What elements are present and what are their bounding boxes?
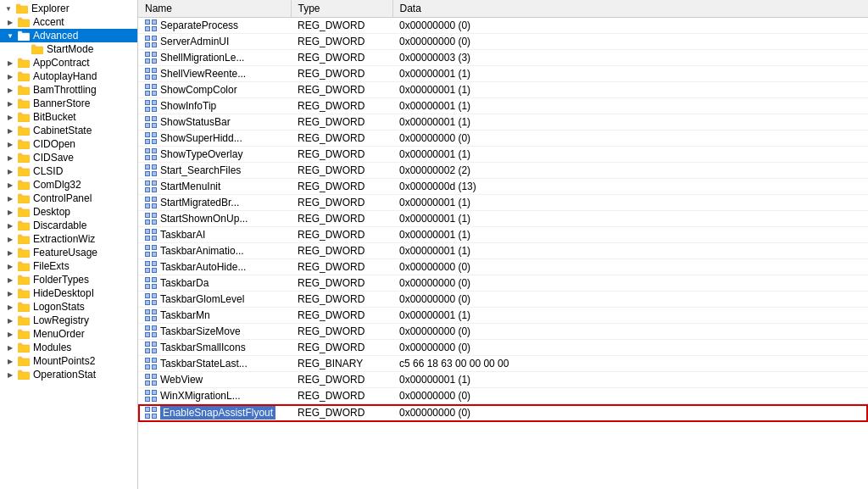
tree-item-label: AppContract [33,57,90,69]
tree-item[interactable]: ▶ MenuOrder [0,327,137,341]
svg-rect-30 [18,194,22,197]
tree-item-label: CIDSave [33,152,74,164]
table-row[interactable]: EnableSnapAssistFlyout REG_DWORD 0x00000… [138,404,868,422]
tree-item[interactable]: ▶ LogonStats [0,300,137,314]
table-row[interactable]: StartShownOnUp... REG_DWORD 0x00000001 (… [138,211,868,227]
table-row[interactable]: StartMigratedBr... REG_DWORD 0x00000001 … [138,195,868,211]
tree-root-explorer[interactable]: ▼ Explorer [0,2,137,15]
tree-item[interactable]: ▶ ExtractionWiz [0,232,137,246]
col-header-data[interactable]: Data [392,0,868,18]
svg-rect-157 [146,214,149,217]
table-row[interactable]: ShowCompColor REG_DWORD 0x00000001 (1) [138,82,868,98]
table-row[interactable]: StartMenuInit REG_DWORD 0x0000000d (13) [138,179,868,195]
folder-icon [17,97,31,109]
svg-rect-52 [18,343,22,346]
table-row[interactable]: TaskbarAutoHide... REG_DWORD 0x00000000 … [138,259,868,275]
tree-item[interactable]: ▶ BitBucket [0,110,137,124]
table-row[interactable]: TaskbarMn REG_DWORD 0x00000001 (1) [138,308,868,324]
tree-item-label: BannerStore [33,97,90,109]
tree-item[interactable]: ▶ BannerStore [0,97,137,110]
tree-item[interactable]: ▶ CIDSave [0,151,137,164]
tree-item[interactable]: ▶ HideDesktopI [0,286,137,300]
tree-panel[interactable]: ▼ Explorer ▶ Accent ▼ Advanced [0,0,138,489]
cell-name: ShowStatusBar [138,114,291,131]
svg-rect-4 [18,18,22,20]
table-row[interactable]: TaskbarSizeMove REG_DWORD 0x00000000 (0) [138,324,868,340]
svg-rect-11 [18,74,30,81]
tree-item-label: MountPoints2 [33,355,95,367]
table-row[interactable]: ShellViewReente... REG_DWORD 0x00000001 … [138,66,868,82]
svg-rect-36 [18,235,22,237]
svg-rect-70 [153,36,156,40]
folder-icon [17,179,31,191]
tree-item[interactable]: ▶ Accent [0,15,137,29]
table-row[interactable]: TaskbarGlomLevel REG_DWORD 0x00000000 (0… [138,292,868,308]
tree-item[interactable]: ▶ FeatureUsage [0,246,137,259]
tree-item[interactable]: ▶ Modules [0,341,137,354]
tree-item[interactable]: ▶ Discardable [0,219,137,232]
tree-item[interactable]: StartMode [0,42,137,56]
cell-name: ShowCompColor [138,82,291,98]
tree-item[interactable]: ▶ BamThrottling [0,83,137,97]
tree-container: ▶ Accent ▼ Advanced StartMode ▶ [0,15,137,381]
table-row[interactable]: ShowStatusBar REG_DWORD 0x00000001 (1) [138,114,868,131]
table-header-row: Name Type Data [138,0,868,18]
tree-item[interactable]: ▶ ControlPanel [0,192,137,205]
svg-rect-222 [153,342,156,346]
tree-item[interactable]: ▶ Desktop [0,205,137,219]
cell-name: TaskbarMn [138,308,291,324]
table-row[interactable]: TaskbarAI REG_DWORD 0x00000001 (1) [138,227,868,243]
svg-rect-183 [146,269,149,272]
tree-item[interactable]: ▶ LowRegistry [0,314,137,327]
registry-panel[interactable]: Name Type Data SeparateProcess REG_DWORD… [138,0,868,489]
expand-icon: ▶ [3,358,17,365]
tree-item[interactable]: ▶ CabinetState [0,124,137,137]
tree-item[interactable]: ▶ CIDOpen [0,137,137,151]
cell-type: REG_DWORD [291,18,392,34]
tree-item[interactable]: ▶ FileExts [0,259,137,273]
tree-item[interactable]: ▶ FolderTypes [0,273,137,286]
folder-icon [17,70,31,82]
table-row[interactable]: ServerAdminUI REG_DWORD 0x00000000 (0) [138,34,868,50]
col-header-type[interactable]: Type [291,0,392,18]
reg-icon [145,116,157,128]
svg-rect-16 [18,99,22,102]
table-row[interactable]: ShowInfoTip REG_DWORD 0x00000001 (1) [138,98,868,114]
tree-item[interactable]: ▶ MountPoints2 [0,354,137,368]
tree-root-label: Explorer [31,3,70,14]
reg-icon [145,52,157,64]
svg-rect-20 [18,126,22,129]
col-header-name[interactable]: Name [138,0,291,18]
table-row[interactable]: TaskbarStateLast... REG_BINARY c5 66 18 … [138,356,868,372]
tree-item[interactable]: ▶ AutoplayHand [0,69,137,83]
table-row[interactable]: SeparateProcess REG_DWORD 0x00000000 (0) [138,18,868,34]
svg-rect-23 [18,155,30,163]
tree-item[interactable]: ▶ CLSID [0,164,137,178]
tree-item[interactable]: ▶ OperationStat [0,368,137,381]
entry-name: StartMenuInit [160,181,220,192]
reg-icon [145,100,157,112]
cell-name: WinXMigrationL... [138,388,291,404]
table-row[interactable]: ShellMigrationLe... REG_DWORD 0x00000003… [138,50,868,66]
svg-rect-223 [146,349,149,353]
table-row[interactable]: TaskbarDa REG_DWORD 0x00000000 (0) [138,275,868,292]
svg-rect-184 [153,269,156,272]
tree-item[interactable]: ▶ ComDlg32 [0,178,137,192]
table-row[interactable]: ShowSuperHidd... REG_DWORD 0x00000000 (0… [138,131,868,147]
table-row[interactable]: WebView REG_DWORD 0x00000001 (1) [138,372,868,388]
table-row[interactable]: WinXMigrationL... REG_DWORD 0x00000000 (… [138,388,868,404]
svg-rect-176 [153,253,156,256]
folder-icon [17,16,31,28]
tree-item-label: ControlPanel [33,192,92,204]
tree-item[interactable]: ▼ Advanced [0,29,137,42]
svg-rect-71 [146,43,149,47]
table-row[interactable]: TaskbarAnimatio... REG_DWORD 0x00000001 … [138,243,868,259]
tree-item-label: StartMode [47,43,93,55]
table-row[interactable]: Start_SearchFiles REG_DWORD 0x00000002 (… [138,163,868,179]
svg-rect-224 [153,349,156,353]
folder-icon [17,192,31,204]
table-row[interactable]: TaskbarSmallIcons REG_DWORD 0x00000000 (… [138,340,868,356]
cell-data: 0x00000001 (1) [392,98,868,114]
table-row[interactable]: ShowTypeOverlay REG_DWORD 0x00000001 (1) [138,147,868,163]
tree-item[interactable]: ▶ AppContract [0,56,137,69]
